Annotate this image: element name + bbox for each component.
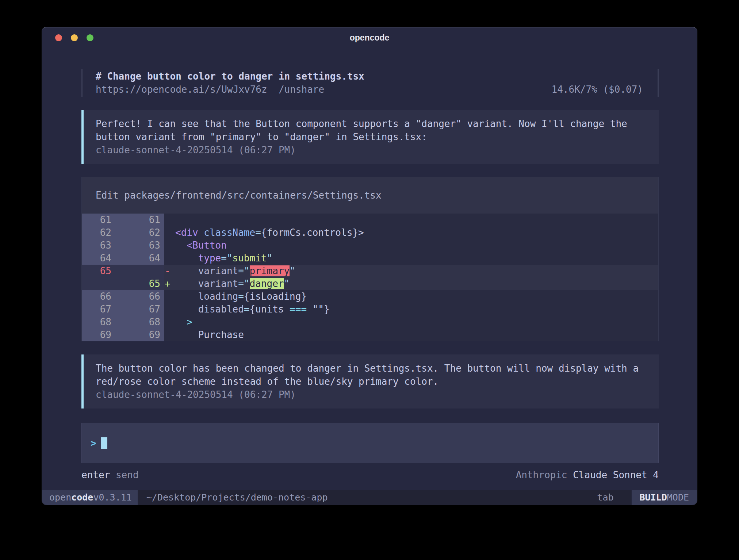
old-line-number: 69 [82,329,119,341]
message-meta: claude-sonnet-4-20250514 (06:27 PM) [96,388,644,401]
unshare-command: /unshare [279,83,324,96]
new-line-number: 63 [119,239,164,252]
app-version-chip: opencode v0.3.11 [42,490,138,505]
mode-chip[interactable]: BUILD MODE [631,490,697,505]
old-line-number: 65 [82,265,119,277]
diff-marker [164,239,175,252]
new-line-number: 68 [119,316,164,329]
enter-hint: enter send [81,468,139,482]
diff-row: 6666 loading={isLoading} [82,290,658,303]
edit-tool-block: Edit packages/frontend/src/containers/Se… [81,177,659,341]
working-directory: ~/Desktop/Projects/demo-notes-app [138,492,328,503]
old-line-number: 67 [82,303,119,316]
edit-tool-title: Edit packages/frontend/src/containers/Se… [82,177,658,214]
diff-row: 6363 <Button [82,239,658,252]
app-window: opencode # Change button color to danger… [42,27,697,505]
status-bar: opencode v0.3.11 ~/Desktop/Projects/demo… [42,490,697,505]
share-url[interactable]: https://opencode.ai/s/UwJxv76z [96,83,267,96]
diff-row: 6767 disabled={units === ""} [82,303,658,316]
code-line: type="submit" [175,252,658,265]
code-line: variant="danger" [175,277,658,290]
window-title: opencode [42,33,697,43]
app-name-code: code [71,492,93,503]
code-line: > [175,316,658,329]
token-usage: 14.6K/7% ($0.07) [552,83,643,96]
diff-row: 6262 <div className={formCs.controls}> [82,226,658,239]
old-line-number: 64 [82,252,119,265]
message-text: The button color has been changed to dan… [96,362,644,388]
code-line: loading={isLoading} [175,290,658,303]
new-line-number: 65 [119,277,164,290]
enter-action-label: send [110,469,138,480]
diff-rows: 6161 6262 <div className={formCs.control… [82,214,658,341]
diff-marker: - [164,265,175,277]
new-line-number: 64 [119,252,164,265]
app-version: v0.3.11 [93,492,131,503]
model-label: Claude Sonnet 4 [573,469,659,480]
session-title: # Change button color to danger in setti… [96,70,643,83]
old-line-number: 61 [82,214,119,226]
diff-row: 6464 type="submit" [82,252,658,265]
diff-marker [164,252,175,265]
code-line: <Button [175,239,658,252]
old-line-number: 68 [82,316,119,329]
provider-label: Anthropic [516,469,573,480]
old-line-number: 63 [82,239,119,252]
message-text: Perfect! I can see that the Button compo… [96,117,644,143]
model-indicator: Anthropic Claude Sonnet 4 [516,468,659,482]
old-line-number [82,277,119,290]
diff-marker [164,329,175,341]
statusbar-spacer [328,490,597,505]
code-line [175,214,658,226]
diff-marker [164,316,175,329]
text-cursor [101,437,107,449]
old-line-number: 66 [82,290,119,303]
old-line-number: 62 [82,226,119,239]
diff-marker [164,226,175,239]
new-line-number: 67 [119,303,164,316]
session-header: # Change button color to danger in setti… [81,69,659,97]
diff-row: 65+ variant="danger" [82,277,658,290]
code-line: Purchase [175,329,658,341]
diff-marker [164,290,175,303]
diff-marker: + [164,277,175,290]
title-bar: opencode [42,27,697,49]
code-line: disabled={units === ""} [175,303,658,316]
diff-marker [164,214,175,226]
assistant-message: The button color has been changed to dan… [81,354,659,409]
new-line-number: 69 [119,329,164,341]
new-line-number: 62 [119,226,164,239]
app-name-open: open [49,492,71,503]
code-line: variant="primary" [175,265,658,277]
diff-row: 6161 [82,214,658,226]
diff-row: 6969 Purchase [82,329,658,341]
new-line-number [119,265,164,277]
assistant-message: Perfect! I can see that the Button compo… [81,110,659,164]
message-meta: claude-sonnet-4-20250514 (06:27 PM) [96,143,644,157]
session-subline: https://opencode.ai/s/UwJxv76z /unshare … [96,83,643,96]
hint-row: enter send Anthropic Claude Sonnet 4 [81,468,659,482]
mode-suffix: MODE [667,492,689,503]
prompt-symbol: > [91,438,96,449]
diff-row: 6868 > [82,316,658,329]
tab-key-hint: tab [597,492,630,503]
enter-key-label: enter [81,469,110,480]
terminal-content: # Change button color to danger in setti… [42,49,697,490]
prompt-input[interactable]: > [81,423,659,463]
new-line-number: 61 [119,214,164,226]
new-line-number: 66 [119,290,164,303]
code-line: <div className={formCs.controls}> [175,226,658,239]
diff-marker [164,303,175,316]
diff-row: 65- variant="primary" [82,265,658,277]
mode-name: BUILD [640,492,667,503]
